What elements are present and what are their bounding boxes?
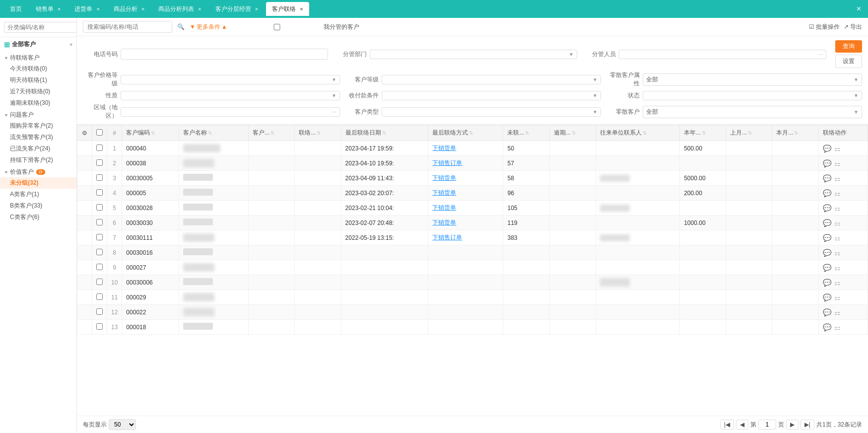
- sidebar-item-class-b[interactable]: B类客户(33): [0, 200, 76, 212]
- customer-type-select[interactable]: ▼: [382, 107, 601, 117]
- query-button[interactable]: 查询: [835, 40, 862, 53]
- th-last-date[interactable]: 最后联络日期⇅: [341, 125, 428, 141]
- td-last-method[interactable]: [428, 260, 503, 275]
- window-close[interactable]: ×: [854, 4, 864, 13]
- chat-icon[interactable]: 💬: [823, 174, 831, 182]
- grid-action-icon[interactable]: ⚏: [834, 249, 841, 257]
- tab-purchase[interactable]: 进货单 ×: [68, 2, 105, 16]
- page-input[interactable]: [758, 420, 776, 430]
- close-product-list-tab[interactable]: ×: [198, 6, 201, 12]
- customer-level-select[interactable]: ▼: [382, 75, 601, 84]
- chat-icon[interactable]: 💬: [823, 189, 831, 197]
- th-this-month[interactable]: 本月...⇅: [772, 125, 818, 141]
- th-settings[interactable]: ⚙: [77, 125, 92, 141]
- grid-action-icon[interactable]: ⚏: [834, 279, 841, 287]
- status-select[interactable]: ▼: [643, 91, 862, 100]
- dept-select[interactable]: ▼: [370, 50, 577, 59]
- th-last-month[interactable]: 上月...⇅: [726, 125, 772, 141]
- search-button[interactable]: 🔍: [177, 23, 185, 30]
- td-last-method[interactable]: [428, 320, 503, 335]
- tab-product-analysis[interactable]: 商品分析 ×: [108, 2, 150, 16]
- close-purchase-tab[interactable]: ×: [96, 6, 99, 12]
- row-checkbox[interactable]: [96, 308, 103, 315]
- sidebar-item-churned[interactable]: 已流失客户(24): [0, 143, 76, 154]
- td-last-method[interactable]: [428, 245, 503, 260]
- sidebar-item-overdue[interactable]: 逾期未联络(30): [0, 97, 76, 109]
- grid-action-icon[interactable]: ⚏: [834, 219, 841, 227]
- td-checkbox[interactable]: [92, 186, 107, 201]
- td-checkbox[interactable]: [92, 260, 107, 275]
- method-link[interactable]: 下销售订单: [432, 159, 462, 166]
- chat-icon[interactable]: 💬: [823, 308, 831, 316]
- search-input[interactable]: [83, 21, 172, 33]
- close-customer-segment-tab[interactable]: ×: [255, 6, 258, 12]
- grid-action-icon[interactable]: ⚏: [834, 144, 841, 152]
- td-checkbox[interactable]: [92, 216, 107, 230]
- sidebar-item-hoarding-abnormal[interactable]: 囤购异常客户(2): [0, 120, 76, 132]
- phone-input[interactable]: [121, 49, 328, 60]
- td-checkbox[interactable]: [92, 275, 107, 290]
- td-checkbox[interactable]: [92, 230, 107, 245]
- my-customers-checkbox[interactable]: 我分管的客户: [232, 23, 359, 31]
- grid-action-icon[interactable]: ⚏: [834, 293, 841, 301]
- td-last-method[interactable]: 下销货单: [428, 141, 503, 156]
- close-customer-contact-tab[interactable]: ×: [300, 6, 303, 12]
- my-customers-check[interactable]: [232, 24, 322, 30]
- method-link[interactable]: 下销货单: [432, 219, 456, 226]
- grid-action-icon[interactable]: ⚏: [834, 174, 841, 182]
- reset-button[interactable]: 设置: [835, 55, 862, 68]
- td-checkbox[interactable]: [92, 320, 107, 335]
- first-page-btn[interactable]: |◀: [720, 420, 734, 430]
- retail-customer-select[interactable]: 全部 ▼: [643, 106, 862, 118]
- manager-select[interactable]: ···: [619, 50, 826, 59]
- row-checkbox[interactable]: [96, 174, 103, 181]
- sidebar-item-unclassified[interactable]: 未分组(32): [0, 177, 76, 189]
- method-link[interactable]: 下销货单: [432, 189, 456, 196]
- td-checkbox[interactable]: [92, 290, 107, 305]
- tab-customer-segment[interactable]: 客户分层经营 ×: [209, 2, 264, 16]
- th-this-year[interactable]: 本年...⇅: [680, 125, 726, 141]
- next-page-btn[interactable]: ▶: [786, 420, 799, 430]
- more-conditions-btn[interactable]: ▼ 更多条件 ▲: [190, 23, 227, 31]
- grid-action-icon[interactable]: ⚏: [834, 264, 841, 272]
- td-last-method[interactable]: 下销货单: [428, 201, 503, 216]
- row-checkbox[interactable]: [96, 204, 103, 211]
- tab-product-list[interactable]: 商品分析列表 ×: [152, 2, 207, 16]
- all-customers-title[interactable]: ⊞ 全部客户 «: [0, 37, 76, 52]
- td-last-method[interactable]: 下销货单: [428, 186, 503, 201]
- grid-action-icon[interactable]: ⚏: [834, 308, 841, 316]
- row-checkbox[interactable]: [96, 144, 103, 151]
- sidebar-item-today-pending[interactable]: 今天待联络(0): [0, 63, 76, 74]
- prev-page-btn[interactable]: ◀: [736, 420, 748, 430]
- td-checkbox[interactable]: [92, 305, 107, 320]
- region-select[interactable]: ···: [121, 107, 340, 117]
- chat-icon[interactable]: 💬: [823, 279, 831, 287]
- price-level-select[interactable]: ▼: [121, 75, 340, 84]
- batch-ops-btn[interactable]: ☑ 批量操作: [809, 23, 840, 31]
- payment-select[interactable]: ▼: [382, 91, 601, 100]
- td-checkbox[interactable]: [92, 171, 107, 186]
- sidebar-item-tomorrow-pending[interactable]: 明天待联络(1): [0, 74, 76, 86]
- sidebar-item-class-a[interactable]: A类客户(1): [0, 189, 76, 200]
- grid-action-icon[interactable]: ⚏: [834, 323, 841, 331]
- sidebar-item-class-c[interactable]: C类客户(6): [0, 212, 76, 223]
- gender-select[interactable]: ▼: [121, 91, 340, 100]
- tab-sales[interactable]: 销售单 ×: [30, 2, 67, 16]
- row-checkbox[interactable]: [96, 249, 103, 255]
- row-checkbox[interactable]: [96, 234, 103, 240]
- close-product-analysis-tab[interactable]: ×: [141, 6, 144, 12]
- row-checkbox[interactable]: [96, 219, 103, 225]
- chat-icon[interactable]: 💬: [823, 159, 831, 167]
- sidebar-search-input[interactable]: [4, 22, 77, 33]
- td-last-method[interactable]: 下销货单: [428, 171, 503, 186]
- td-checkbox[interactable]: [92, 201, 107, 216]
- row-checkbox[interactable]: [96, 323, 103, 330]
- row-checkbox[interactable]: [96, 264, 103, 270]
- td-last-method[interactable]: [428, 305, 503, 320]
- select-all-checkbox[interactable]: [96, 129, 103, 136]
- th-name[interactable]: 客户名称⇅: [179, 125, 248, 141]
- method-link[interactable]: 下销售订单: [432, 234, 462, 241]
- th-no-contact[interactable]: 未联...⇅: [503, 125, 549, 141]
- chat-icon[interactable]: 💬: [823, 219, 831, 227]
- export-btn[interactable]: ↗ 导出: [844, 23, 862, 31]
